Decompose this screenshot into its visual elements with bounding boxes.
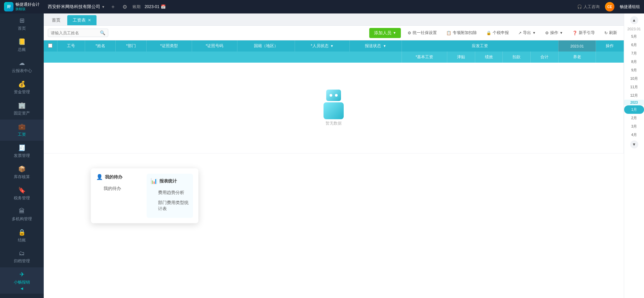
search-icon[interactable]: 🔍	[100, 30, 105, 35]
user-name[interactable]: 畅捷通组组	[620, 4, 640, 10]
sidebar-item-ledger[interactable]: 📒 总账	[0, 35, 44, 56]
tab-payroll[interactable]: 工资表 ✕	[67, 15, 97, 25]
tab-close-btn[interactable]: ✕	[88, 18, 91, 23]
timeline-month-8[interactable]: 8月	[624, 58, 644, 66]
status-filter-icon[interactable]: ▼	[330, 44, 334, 48]
sidebar-item-cloud-report[interactable]: ☁ 云报表中心	[0, 56, 44, 77]
multi-org-icon: 🏛	[19, 208, 25, 215]
popup-section-report: 📊 报表统计 费用趋势分析 部门费用类型统计表	[147, 174, 193, 218]
collapse-icon: ◀	[21, 287, 23, 290]
timeline-nav-up[interactable]: ▲	[630, 16, 638, 24]
invoice-icon: 🧾	[18, 144, 26, 152]
sidebar-item-xiao-chang[interactable]: ✈ 小畅报销 ◀	[0, 267, 44, 294]
timeline-nav-down[interactable]: ▼	[630, 140, 638, 148]
popup-menu: 👤 我的待办 我的待办 📊 报表统计 费用趋势分析 部门费用类型统计表	[91, 168, 198, 223]
sidebar-item-fixed-assets[interactable]: 🏢 固定资产	[0, 98, 44, 120]
header-right: 🎧 人工咨询 CE 畅捷通组组	[577, 2, 640, 11]
social-security-btn[interactable]: ⚙ 统一社保设置	[405, 29, 440, 37]
payroll-table: 工号 *姓名 *部门 *证照类型 *证照号码 国籍（地区） *人员状态 ▼ 报送…	[44, 40, 624, 154]
timeline-month-3[interactable]: 3月	[624, 122, 644, 131]
robot-eye-right	[335, 94, 338, 97]
report-filter-icon[interactable]: ▼	[383, 44, 386, 48]
timeline-month-12[interactable]: 12月	[624, 91, 644, 100]
th-name: *姓名	[85, 40, 116, 52]
sidebar-item-home[interactable]: ⊞ 首页	[0, 13, 44, 35]
th-spacer	[44, 52, 402, 63]
popup-section-todo: 👤 我的待办 我的待办	[96, 174, 143, 218]
robot-eyes	[330, 94, 338, 97]
add-company-btn[interactable]: ＋	[109, 2, 117, 12]
sidebar-item-tax[interactable]: 🔖 税务管理	[0, 183, 44, 204]
th-checkbox[interactable]	[44, 40, 57, 52]
export-btn[interactable]: ↗ 导出 ▼	[516, 29, 538, 37]
sidebar: ⊞ 首页 📒 总账 ☁ 云报表中心 💰 资金管理 🏢 固定资产 💼 工资 🧾 发…	[0, 13, 44, 298]
timeline-month-5[interactable]: 5月	[624, 32, 644, 41]
app-sub: 旗舰版	[15, 7, 40, 11]
headset-icon: 🎧	[577, 4, 582, 9]
logo-area: 好 畅捷通好会计 旗舰版	[4, 2, 44, 11]
popup-item-cost-trend[interactable]: 费用趋势分析	[151, 188, 189, 198]
guide-btn[interactable]: ❓ 新手引导	[570, 29, 598, 37]
operate-icon: ⚙	[545, 31, 549, 35]
timeline-month-10[interactable]: 10月	[624, 74, 644, 83]
timeline-month-4[interactable]: 4月	[624, 131, 644, 139]
archive-icon: 🗂	[19, 250, 25, 257]
sidebar-item-inventory[interactable]: 📦 库存核算	[0, 162, 44, 183]
sidebar-item-basic[interactable]: ⚙ 基础设置	[0, 294, 44, 298]
special-deduct-btn[interactable]: 📋 专项附加扣除	[444, 29, 480, 37]
sidebar-item-payroll[interactable]: 💼 工资	[0, 120, 44, 141]
operate-btn[interactable]: ⚙ 操作 ▼	[542, 29, 566, 37]
robot-head	[326, 90, 341, 101]
th-sub-actions	[596, 52, 624, 63]
special-deduct-icon: 📋	[446, 31, 451, 35]
payroll-icon: 💼	[18, 123, 26, 130]
th-actions: 操作	[596, 40, 624, 52]
th-nationality: 国籍（地区）	[237, 40, 295, 52]
refresh-icon: ↻	[604, 31, 608, 35]
report-section-title: 📊 报表统计	[151, 178, 189, 184]
top-header: 好 畅捷通好会计 旗舰版 西安虾米网络科技有限公司 ▼ ＋ ⚙ 账期 2023-…	[0, 0, 644, 13]
search-input[interactable]	[51, 31, 98, 35]
sidebar-item-fund[interactable]: 💰 资金管理	[0, 77, 44, 98]
refresh-btn[interactable]: ↻ 刷新	[602, 29, 620, 37]
close-accounts-icon: 🔒	[18, 229, 26, 236]
th-id-type: *证照类型	[146, 40, 192, 52]
company-name[interactable]: 西安虾米网络科技有限公司 ▼	[48, 4, 105, 10]
th-allowance: 津贴	[447, 52, 475, 63]
timeline-header-year: 2023.01	[624, 26, 644, 32]
tax-declare-btn[interactable]: 🔒 个税申报	[484, 29, 512, 37]
timeline-month-7[interactable]: 7月	[624, 49, 644, 58]
timeline-month-9[interactable]: 9月	[624, 66, 644, 74]
sidebar-item-multi-org[interactable]: 🏛 多机构管理	[0, 204, 44, 225]
sidebar-item-archive[interactable]: 🗂 归档管理	[0, 246, 44, 267]
operate-dropdown-icon: ▼	[560, 31, 563, 35]
user-avatar: CE	[605, 2, 614, 11]
export-icon: ↗	[518, 31, 522, 35]
th-deduction: 扣款	[503, 52, 531, 63]
search-area: 🔍	[48, 29, 108, 37]
settings-icon[interactable]: ⚙	[121, 2, 128, 11]
add-person-btn[interactable]: 添加人员 ▼	[369, 28, 401, 38]
todo-icon: 👤	[96, 174, 103, 180]
timeline-month-6[interactable]: 6月	[624, 41, 644, 49]
robot-eye-left	[330, 94, 332, 97]
sidebar-item-invoice[interactable]: 🧾 发票管理	[0, 141, 44, 162]
tab-bar: 首页 工资表 ✕	[44, 13, 624, 26]
main-layout: ⊞ 首页 📒 总账 ☁ 云报表中心 💰 资金管理 🏢 固定资产 💼 工资 🧾 发…	[0, 13, 644, 298]
timeline-month-1-active[interactable]: 1月	[624, 105, 644, 114]
guide-help-icon: ❓	[572, 31, 577, 35]
timeline-month-11[interactable]: 11月	[624, 83, 644, 91]
period-value[interactable]: 2023-01 📅	[145, 4, 166, 9]
popup-item-dept-cost[interactable]: 部门费用类型统计表	[151, 198, 189, 214]
fund-icon: 💰	[18, 80, 26, 88]
timeline-month-2[interactable]: 2月	[624, 114, 644, 122]
popup-columns: 👤 我的待办 我的待办 📊 报表统计 费用趋势分析 部门费用类型统计表	[96, 174, 193, 218]
select-all-checkbox[interactable]	[48, 43, 52, 48]
empty-state: 暂无数据	[44, 63, 623, 153]
logo-text-block: 畅捷通好会计 旗舰版	[15, 2, 40, 11]
sidebar-item-close[interactable]: 🔒 结账	[0, 225, 44, 246]
service-btn[interactable]: 🎧 人工咨询	[577, 4, 600, 10]
popup-item-mytodo[interactable]: 我的待办	[96, 184, 143, 194]
tab-home[interactable]: 首页	[46, 15, 66, 25]
table-wrapper: 工号 *姓名 *部门 *证照类型 *证照号码 国籍（地区） *人员状态 ▼ 报送…	[44, 40, 624, 298]
